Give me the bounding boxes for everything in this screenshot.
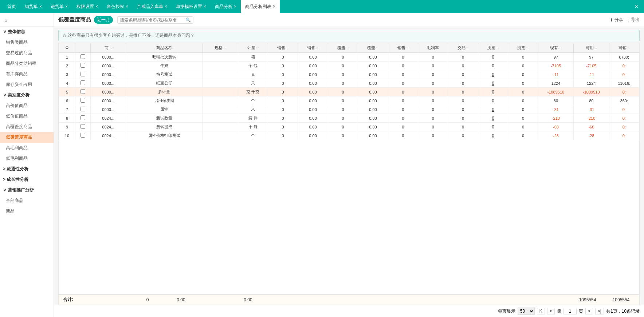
prev-page-button[interactable]: < (547, 308, 555, 314)
page-number-input[interactable] (564, 308, 577, 314)
row-checkbox[interactable] (75, 131, 90, 140)
period-button[interactable]: 近一月 (94, 16, 113, 24)
col-browse2[interactable]: 浏览... (508, 43, 538, 53)
row-spec (203, 53, 238, 62)
sidebar-item-low-margin[interactable]: 低毛利商品 (0, 153, 54, 164)
row-cover-count: 0 (328, 114, 358, 123)
row-checkbox[interactable] (75, 79, 90, 88)
row-trade: 0 (448, 123, 478, 131)
row-code: 0024... (90, 131, 126, 140)
sidebar-item-traded-products[interactable]: 交易过的商品 (0, 48, 54, 58)
col-sellable[interactable]: 可销... (609, 43, 639, 53)
row-checkbox[interactable] (75, 96, 90, 105)
row-sellable: 0: (609, 62, 639, 70)
sidebar-item-low-coverage[interactable]: 低覆盖度商品 (0, 132, 54, 143)
sidebar-item-in-stock[interactable]: 有库存商品 (0, 69, 54, 79)
sidebar-section-circulation[interactable]: > 流通性分析 (0, 164, 54, 174)
row-gross-rate: 0 (418, 131, 448, 140)
nav-sales-order[interactable]: 销货单 × (20, 0, 46, 13)
sidebar-section-overall[interactable]: ∨ 整体信息 (0, 27, 54, 37)
row-checkbox[interactable] (75, 62, 90, 70)
row-avail-stock: -60 (574, 123, 609, 131)
row-sales-amt: 0.00 (298, 123, 328, 131)
sidebar-item-sales-products[interactable]: 销售类商品 (0, 37, 54, 48)
row-browse1[interactable]: 0 (478, 105, 508, 114)
share-button[interactable]: ⬆ 分享 (610, 17, 623, 23)
row-cover-rate: 0.00 (358, 53, 388, 62)
row-avail-stock: 97 (574, 53, 609, 62)
search-input[interactable] (120, 17, 185, 23)
row-browse1[interactable]: 0 (478, 131, 508, 140)
sidebar-section-marketing[interactable]: ∨ 营销推广分析 (0, 185, 54, 195)
first-page-button[interactable]: K (537, 308, 545, 314)
nav-permissions[interactable]: 权限设置 × (72, 0, 102, 13)
row-browse1[interactable]: 0 (478, 79, 508, 88)
sidebar-item-new-products[interactable]: 新品 (0, 206, 54, 217)
sidebar-item-all-products[interactable]: 全部商品 (0, 195, 54, 206)
sidebar: « ∨ 整体信息 销售类商品 交易过的商品 商品分类动销率 有库存商品 库存资金… (0, 13, 54, 317)
nav-product-analysis[interactable]: 商品分析 × (211, 0, 241, 13)
row-cover-count: 0 (328, 79, 358, 88)
sidebar-item-category-sales-rate[interactable]: 商品分类动销率 (0, 58, 54, 69)
col-gross-rate[interactable]: 毛利率 (418, 43, 448, 53)
nav-role-auth[interactable]: 角色授权 × (102, 0, 133, 13)
row-checkbox[interactable] (75, 105, 90, 114)
sidebar-toggle[interactable]: « (3, 17, 9, 24)
search-icon[interactable]: 🔍 (185, 17, 191, 23)
col-cover-rate[interactable]: 覆盖... (358, 43, 388, 53)
col-sales-amt[interactable]: 销售... (298, 43, 328, 53)
col-unit[interactable]: 计量... (238, 43, 268, 53)
row-checkbox[interactable] (75, 53, 90, 62)
row-cover-rate: 0.00 (358, 62, 388, 70)
next-page-button[interactable]: > (585, 308, 593, 314)
col-current-stock[interactable]: 现有... (538, 43, 573, 53)
row-browse1[interactable]: 0 (478, 53, 508, 62)
col-sales-qty[interactable]: 销售... (268, 43, 298, 53)
nav-finished-goods[interactable]: 产成品入库单 × (133, 0, 172, 13)
row-browse1[interactable]: 0 (478, 114, 508, 123)
window-close-button[interactable]: × (632, 3, 641, 10)
sidebar-item-high-margin[interactable]: 高毛利商品 (0, 143, 54, 153)
export-button[interactable]: ↓ 导出 (628, 17, 640, 23)
row-browse1[interactable]: 0 (478, 123, 508, 131)
row-browse1[interactable]: 0 (478, 62, 508, 70)
row-checkbox[interactable] (75, 114, 90, 123)
sidebar-section-category-analysis[interactable]: ∨ 类别度分析 (0, 90, 54, 100)
col-cover-count[interactable]: 覆盖... (328, 43, 358, 53)
col-code[interactable]: 商... (90, 43, 126, 53)
row-sellable: 0: (609, 131, 639, 140)
col-spec[interactable]: 规格... (203, 43, 238, 53)
row-current-stock: 1224 (538, 79, 573, 88)
per-page-select[interactable]: 50 100 200 (518, 308, 535, 315)
row-checkbox[interactable] (75, 70, 90, 79)
col-trade[interactable]: 交易... (448, 43, 478, 53)
sidebar-item-high-value[interactable]: 高价值商品 (0, 100, 54, 111)
nav-template-settings[interactable]: 单据模板设置 × (172, 0, 211, 13)
nav-home[interactable]: 首页 (3, 0, 20, 13)
sidebar-section-growth[interactable]: > 成长性分析 (0, 174, 54, 185)
col-name[interactable]: 商品名称 (126, 43, 203, 53)
col-avail-stock[interactable]: 可用... (574, 43, 609, 53)
nav-product-analysis-list[interactable]: 商品分析列表 × (241, 0, 280, 13)
sidebar-item-high-coverage[interactable]: 高覆盖度商品 (0, 122, 54, 132)
row-sales-qty: 0 (268, 70, 298, 79)
row-spec (203, 62, 238, 70)
sidebar-item-inventory-capital[interactable]: 库存资金占用 (0, 79, 54, 90)
row-trade: 0 (448, 79, 478, 88)
sidebar-item-low-value[interactable]: 低价值商品 (0, 111, 54, 122)
content-area: 低覆盖度商品 近一月 🔍 ⬆ 分享 ↓ 导出 ☆ 这些商品只有很少客户购买过，是… (54, 13, 644, 317)
row-checkbox[interactable] (75, 88, 90, 96)
row-num: 8 (59, 114, 75, 123)
row-trade: 0 (448, 114, 478, 123)
row-browse1[interactable]: 0 (478, 96, 508, 105)
row-browse1[interactable]: 0 (478, 88, 508, 96)
row-checkbox[interactable] (75, 123, 90, 131)
col-browse1[interactable]: 浏览... (478, 43, 508, 53)
row-browse1[interactable]: 0 (478, 70, 508, 79)
col-sales-count[interactable]: 销售... (388, 43, 418, 53)
nav-purchase-order[interactable]: 进货单 × (46, 0, 72, 13)
col-gear[interactable]: ⚙ (59, 43, 75, 53)
row-avail-stock: 1224 (574, 79, 609, 88)
row-spec (203, 123, 238, 131)
last-page-button[interactable]: >| (595, 308, 604, 314)
